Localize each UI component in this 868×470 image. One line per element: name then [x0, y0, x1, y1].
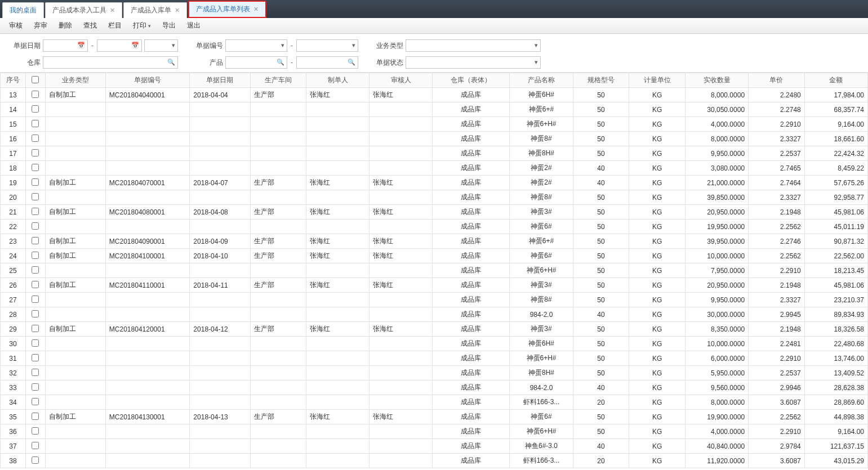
table-row[interactable]: 31成品库神蛋6+H#50KG6,000.00002.291013,746.00: [1, 351, 868, 366]
table-row[interactable]: 35自制加工MC2018041300012018-04-13生产部张海红张海红成…: [1, 410, 868, 424]
table-row[interactable]: 18成品库神蛋2#40KG3,080.00002.74658,459.22: [1, 161, 868, 176]
row-checkbox[interactable]: [32, 281, 39, 288]
table-row[interactable]: 28成品库984-2.040KG30,000.00002.994589,834.…: [1, 307, 868, 322]
data-grid[interactable]: 序号业务类型单据编号单据日期生产车间制单人审核人仓库（表体）产品名称规格型号计量…: [0, 73, 868, 470]
col-header-13[interactable]: 单价: [749, 73, 805, 88]
row-checkbox[interactable]: [32, 413, 39, 420]
col-header-12[interactable]: 实收数量: [685, 73, 748, 88]
filter-product-from[interactable]: 🔍: [225, 56, 287, 69]
table-row[interactable]: 21自制加工MC2018040800012018-04-08生产部张海红张海红成…: [1, 205, 868, 220]
filter-warehouse[interactable]: 🔍: [43, 56, 178, 69]
toolbar-btn-1[interactable]: 弃审: [29, 19, 52, 32]
table-row[interactable]: 17成品库神蛋8H#50KG9,950.00002.253722,424.32: [1, 146, 868, 161]
tab-3[interactable]: 产成品入库单列表✕: [188, 1, 266, 18]
table-row[interactable]: 37成品库神鱼6#-3.040KG40,840.00002.9784121,63…: [1, 439, 868, 454]
row-checkbox[interactable]: [32, 310, 39, 317]
row-checkbox[interactable]: [32, 193, 39, 200]
col-header-4[interactable]: 单据日期: [190, 73, 250, 88]
cell-amt: 43,015.29: [804, 454, 867, 468]
close-icon[interactable]: ✕: [175, 7, 180, 14]
filter-status[interactable]: ▾: [406, 56, 541, 69]
col-header-8[interactable]: 仓库（表体）: [433, 73, 510, 88]
row-checkbox[interactable]: [32, 208, 39, 215]
table-row[interactable]: 26自制加工MC2018041100012018-04-11生产部张海红张海红成…: [1, 278, 868, 293]
table-row[interactable]: 29自制加工MC2018041200012018-04-12生产部张海红张海红成…: [1, 322, 868, 337]
filter-date-to[interactable]: 📅: [97, 39, 142, 52]
row-checkbox[interactable]: [32, 120, 39, 127]
row-checkbox[interactable]: [32, 266, 39, 274]
filter-docno-to[interactable]: ▾: [296, 39, 358, 52]
row-checkbox[interactable]: [32, 427, 39, 435]
table-row[interactable]: 16成品库神蛋8#50KG8,000.00002.332718,661.60: [1, 132, 868, 146]
row-checkbox[interactable]: [32, 442, 39, 449]
row-checkbox[interactable]: [32, 164, 39, 171]
row-checkbox[interactable]: [32, 135, 39, 142]
col-header-10[interactable]: 规格型号: [573, 73, 629, 88]
table-row[interactable]: 34成品库虾料166-3...20KG8,000.00003.608728,86…: [1, 395, 868, 410]
table-row[interactable]: 23自制加工MC2018040900012018-04-09生产部张海红张海红成…: [1, 234, 868, 249]
table-row[interactable]: 30成品库神蛋6H#50KG10,000.00002.248122,480.68: [1, 337, 868, 351]
tab-2[interactable]: 产成品入库单✕: [123, 2, 187, 18]
filter-date-from[interactable]: 📅: [43, 39, 88, 52]
table-row[interactable]: 38成品库虾料166-3...20KG11,920.00003.608743,0…: [1, 454, 868, 468]
col-header-2[interactable]: 业务类型: [45, 73, 105, 88]
close-icon[interactable]: ✕: [253, 6, 259, 13]
col-header-1[interactable]: [25, 73, 45, 88]
row-checkbox[interactable]: [32, 222, 39, 230]
toolbar-btn-4[interactable]: 栏目: [104, 19, 126, 32]
table-row[interactable]: 15成品库神蛋6+H#50KG4,000.00002.29109,164.00: [1, 117, 868, 132]
close-icon[interactable]: ✕: [110, 7, 115, 14]
col-header-11[interactable]: 计量单位: [629, 73, 686, 88]
toolbar-btn-0[interactable]: 审核: [5, 19, 27, 32]
tab-0[interactable]: 我的桌面: [2, 2, 44, 18]
row-checkbox[interactable]: [32, 91, 39, 98]
cell-date: 2018-04-13: [190, 410, 250, 424]
col-header-5[interactable]: 生产车间: [250, 73, 306, 88]
filter-product-to[interactable]: 🔍: [296, 56, 358, 69]
tab-1[interactable]: 产品成本录入工具✕: [45, 2, 122, 18]
row-checkbox[interactable]: [32, 237, 39, 244]
table-row[interactable]: 27成品库神蛋8#50KG9,950.00002.332723,210.37: [1, 293, 868, 307]
col-header-0[interactable]: 序号: [1, 73, 26, 88]
row-checkbox[interactable]: [32, 325, 39, 332]
col-header-3[interactable]: 单据编号: [105, 73, 190, 88]
toolbar-btn-2[interactable]: 删除: [54, 19, 77, 32]
table-row[interactable]: 13自制加工MC2018040400012018-04-04生产部张海红张海红成…: [1, 88, 868, 102]
toolbar-btn-5[interactable]: 打印▾: [128, 19, 155, 32]
cell-qty: 20,950.0000: [685, 205, 748, 220]
row-checkbox[interactable]: [32, 178, 39, 186]
row-checkbox[interactable]: [32, 456, 39, 464]
table-row[interactable]: 32成品库神蛋8H#50KG5,950.00002.253713,409.52: [1, 366, 868, 381]
row-checkbox[interactable]: [32, 252, 39, 259]
filter-biztype[interactable]: ▾: [406, 39, 541, 52]
cell-wh: 成品库: [433, 337, 510, 351]
select-all-checkbox[interactable]: [32, 76, 39, 83]
row-checkbox[interactable]: [32, 354, 39, 361]
filter-date-preset[interactable]: ▾: [144, 39, 178, 52]
col-header-7[interactable]: 审核人: [370, 73, 433, 88]
row-checkbox[interactable]: [32, 369, 39, 376]
filter-docno-from[interactable]: ▾: [225, 39, 287, 52]
table-row[interactable]: 22成品库神蛋6#50KG19,950.00002.256245,011.19: [1, 220, 868, 234]
toolbar-btn-6[interactable]: 导出: [158, 19, 180, 32]
row-checkbox[interactable]: [32, 105, 39, 113]
cell-doc: [105, 117, 190, 132]
table-row[interactable]: 33成品库984-2.040KG9,560.00002.994628,628.3…: [1, 381, 868, 395]
row-checkbox[interactable]: [32, 398, 39, 405]
cell-un: KG: [629, 132, 686, 146]
col-header-6[interactable]: 制单人: [306, 73, 370, 88]
row-checkbox[interactable]: [32, 149, 39, 156]
row-checkbox[interactable]: [32, 339, 39, 347]
col-header-14[interactable]: 金额: [804, 73, 867, 88]
toolbar-btn-3[interactable]: 查找: [79, 19, 101, 32]
table-row[interactable]: 20成品库神蛋8#50KG39,850.00002.332792,958.77: [1, 190, 868, 205]
table-row[interactable]: 36成品库神蛋6+H#50KG4,000.00002.29109,164.00: [1, 424, 868, 439]
row-checkbox[interactable]: [32, 296, 39, 303]
row-checkbox[interactable]: [32, 383, 39, 391]
table-row[interactable]: 19自制加工MC2018040700012018-04-07生产部张海红张海红成…: [1, 176, 868, 190]
table-row[interactable]: 24自制加工MC2018041000012018-04-10生产部张海红张海红成…: [1, 249, 868, 263]
col-header-9[interactable]: 产品名称: [510, 73, 573, 88]
toolbar-btn-7[interactable]: 退出: [182, 19, 205, 32]
table-row[interactable]: 25成品库神蛋6+H#50KG7,950.00002.291018,213.45: [1, 263, 868, 278]
table-row[interactable]: 14成品库神蛋6+#50KG30,050.00002.274868,357.74: [1, 102, 868, 117]
